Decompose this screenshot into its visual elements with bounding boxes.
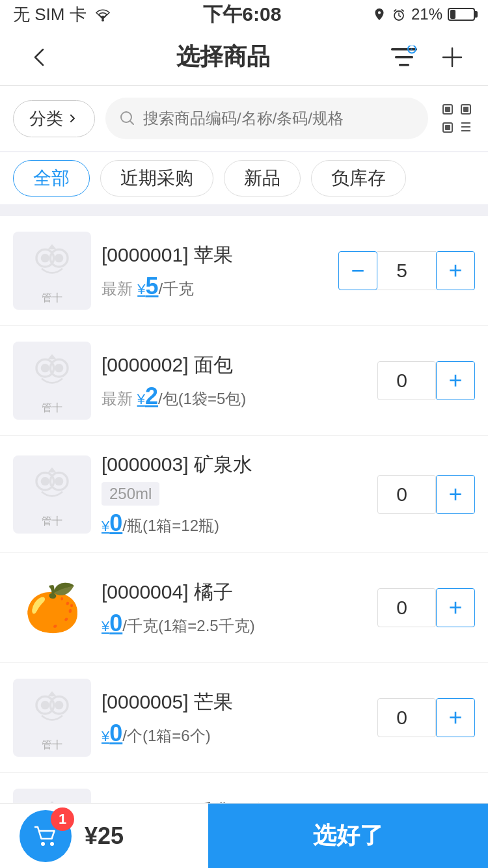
tab-new[interactable]: 新品 — [224, 160, 301, 197]
increment-button[interactable]: + — [436, 475, 475, 514]
svg-point-32 — [55, 701, 63, 709]
nav-right-actions: + — [388, 41, 468, 74]
owl-icon — [26, 684, 78, 736]
quantity-input[interactable] — [377, 588, 436, 627]
cart-total: ¥25 — [85, 822, 124, 850]
svg-point-28 — [55, 477, 63, 485]
product-name: [0000005] 芒果 — [102, 689, 367, 716]
battery-percent: 21% — [411, 5, 442, 23]
product-price: ¥0/千克(1箱=2.5千克) — [102, 610, 367, 637]
product-info: [0000005] 芒果 ¥0/个(1箱=6个) — [102, 689, 367, 747]
bottom-bar: 1 ¥25 选好了 — [0, 803, 488, 868]
chevron-right-icon — [67, 113, 79, 124]
cart-button[interactable]: 1 — [20, 810, 72, 862]
svg-rect-4 — [399, 64, 409, 66]
quantity-input[interactable] — [377, 698, 436, 737]
owl-icon — [26, 347, 78, 399]
product-name: [0000003] 矿泉水 — [102, 452, 367, 478]
product-price: 最新 ¥5/千克 — [102, 273, 328, 300]
product-name: [0000004] 橘子 — [102, 579, 367, 606]
search-input[interactable] — [143, 109, 415, 128]
svg-point-19 — [41, 254, 49, 262]
svg-point-0 — [102, 19, 104, 21]
svg-point-20 — [55, 254, 63, 262]
filter-button[interactable]: + — [388, 41, 420, 74]
back-button[interactable] — [20, 38, 59, 77]
wifi-icon — [93, 7, 113, 21]
increment-button[interactable]: + — [436, 698, 475, 737]
scan-button[interactable] — [439, 100, 475, 137]
quantity-control: − + — [338, 251, 475, 290]
increment-button[interactable]: + — [436, 588, 475, 627]
product-item: 🍊 [0000004] 橘子 ¥0/千克(1箱=2.5千克) + — [0, 553, 488, 663]
quantity-input[interactable] — [377, 475, 436, 514]
product-info: [0000003] 矿泉水 250ml ¥0/瓶(1箱=12瓶) — [102, 452, 367, 537]
svg-point-42 — [50, 842, 54, 846]
svg-point-41 — [41, 842, 45, 846]
product-thumbnail: 管十 — [13, 232, 91, 310]
svg-point-27 — [41, 477, 49, 485]
quantity-input[interactable] — [377, 361, 436, 400]
svg-rect-2 — [391, 48, 417, 51]
section-divider — [0, 206, 488, 216]
increment-button[interactable]: + — [436, 251, 475, 290]
svg-point-31 — [41, 701, 49, 709]
category-label: 分类 — [29, 107, 63, 130]
battery-icon — [448, 8, 475, 21]
svg-rect-13 — [445, 125, 450, 130]
product-item: 管十 [0000001] 苹果 最新 ¥5/千克 − + — [0, 216, 488, 326]
tab-recent[interactable]: 近期采购 — [100, 160, 213, 197]
category-button[interactable]: 分类 — [13, 100, 95, 137]
svg-text:+: + — [410, 47, 413, 53]
alarm-icon — [392, 7, 406, 21]
svg-rect-11 — [445, 107, 450, 112]
svg-point-24 — [55, 364, 63, 372]
increment-button[interactable]: + — [436, 361, 475, 400]
nav-bar: 选择商品 + — [0, 29, 488, 86]
product-list: 管十 [0000001] 苹果 最新 ¥5/千克 − + — [0, 216, 488, 868]
carrier-text: 无 SIM 卡 — [13, 3, 87, 26]
svg-rect-3 — [395, 56, 413, 59]
product-price: ¥0/个(1箱=6个) — [102, 720, 367, 747]
quantity-input[interactable] — [377, 251, 436, 290]
product-item: 管十 [0000002] 面包 最新 ¥2/包(1袋=5包) + — [0, 326, 488, 436]
quantity-control: + — [377, 475, 475, 514]
add-button[interactable] — [436, 41, 468, 74]
product-info: [0000004] 橘子 ¥0/千克(1箱=2.5千克) — [102, 579, 367, 637]
product-thumbnail: 管十 — [13, 342, 91, 420]
product-name: [0000002] 面包 — [102, 352, 367, 379]
quantity-control: + — [377, 698, 475, 737]
status-bar: 无 SIM 卡 下午6:08 21% — [0, 0, 488, 29]
search-icon — [118, 109, 137, 128]
product-info: [0000002] 面包 最新 ¥2/包(1袋=5包) — [102, 352, 367, 410]
owl-icon — [26, 460, 78, 512]
product-name: [0000001] 苹果 — [102, 242, 328, 269]
svg-point-23 — [41, 364, 49, 372]
filter-bar: 分类 — [0, 86, 488, 151]
tab-all[interactable]: 全部 — [13, 160, 90, 197]
cart-section: 1 ¥25 — [0, 810, 208, 862]
page-title: 选择商品 — [176, 41, 270, 73]
product-item: 管十 [0000003] 矿泉水 250ml ¥0/瓶(1箱=12瓶) + — [0, 436, 488, 553]
quantity-control: + — [377, 361, 475, 400]
owl-icon — [26, 237, 78, 289]
tabs-bar: 全部 近期采购 新品 负库存 — [0, 152, 488, 204]
product-thumbnail: 管十 — [13, 455, 91, 534]
cart-badge: 1 — [51, 807, 74, 831]
decrement-button[interactable]: − — [338, 251, 377, 290]
tab-negative[interactable]: 负库存 — [311, 160, 406, 197]
product-thumbnail: 🍊 — [13, 569, 91, 647]
product-item: 管十 [0000005] 芒果 ¥0/个(1箱=6个) + — [0, 663, 488, 773]
product-price: 最新 ¥2/包(1袋=5包) — [102, 383, 367, 410]
product-info: [0000001] 苹果 最新 ¥5/千克 — [102, 242, 328, 300]
product-spec: 250ml — [102, 482, 159, 506]
quantity-control: + — [377, 588, 475, 627]
confirm-button[interactable]: 选好了 — [208, 804, 488, 869]
svg-rect-12 — [463, 107, 468, 112]
status-time: 下午6:08 — [203, 1, 281, 28]
status-right: 21% — [372, 5, 475, 23]
product-thumbnail: 管十 — [13, 679, 91, 757]
location-icon — [372, 7, 386, 21]
search-box[interactable] — [105, 98, 428, 139]
status-carrier: 无 SIM 卡 — [13, 3, 113, 26]
